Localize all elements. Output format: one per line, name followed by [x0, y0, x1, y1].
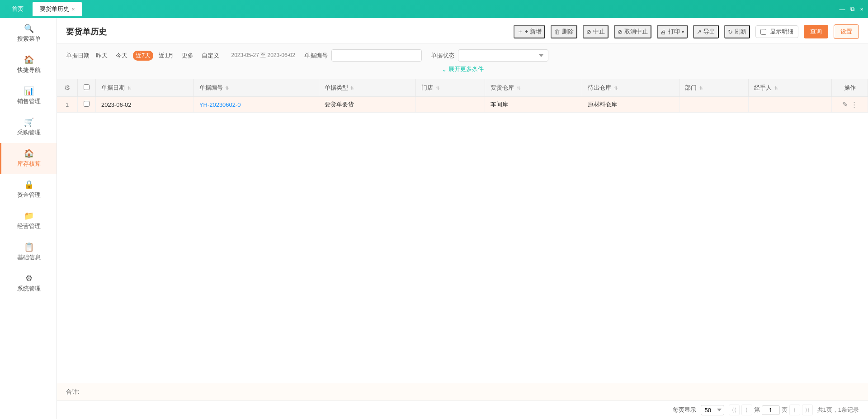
doc-num-filter-group: 单据编号: [304, 49, 422, 62]
delete-icon: 🗑: [554, 29, 560, 35]
new-icon: ＋: [517, 28, 523, 36]
top-bar: 首页 要货单历史 × — ⧉ ×: [0, 0, 868, 18]
sort-icon-dept[interactable]: ⇅: [699, 86, 703, 90]
shortcut-1month[interactable]: 近1月: [156, 51, 176, 61]
suspend-button[interactable]: ⊘ 中止: [583, 25, 609, 38]
shortcut-7days[interactable]: 近7天: [133, 51, 153, 61]
edit-icon[interactable]: ✎: [842, 100, 848, 109]
page-title: 要货单历史: [66, 26, 107, 37]
sort-icon-handler[interactable]: ⇅: [774, 86, 778, 90]
table-row: 1 2023-06-02 YH-20230602-0 要货单要货 车间库 原材料…: [57, 97, 868, 113]
date-range-display: 2023-05-27 至 2023-06-02: [231, 52, 295, 59]
sidebar-item-basic-info[interactable]: 📋 基础信息: [0, 237, 57, 268]
window-restore-btn[interactable]: ⧉: [850, 5, 854, 13]
refresh-button[interactable]: ↻ 刷新: [724, 25, 750, 38]
sidebar-item-finance[interactable]: 🔒 资金管理: [0, 174, 57, 205]
purchase-icon: 🛒: [24, 118, 34, 126]
sidebar-item-purchase-mgmt[interactable]: 🛒 采购管理: [0, 112, 57, 143]
col-doc-type: 单据类型 ⇅: [319, 79, 416, 97]
cell-req-warehouse: 车间库: [485, 97, 582, 113]
display-detail-button[interactable]: 显示明细: [755, 25, 798, 38]
page-size-select[interactable]: 20 50 100: [701, 405, 724, 415]
window-min-btn[interactable]: —: [839, 6, 845, 13]
sidebar-item-sys-mgmt[interactable]: ⚙ 系统管理: [0, 268, 57, 299]
col-doc-num: 单据编号 ⇅: [193, 79, 319, 97]
doc-num-input[interactable]: [331, 49, 422, 62]
filter-area: 单据日期 昨天 今天 近7天 近1月 更多 自定义 2023-05-27 至 2…: [57, 44, 868, 79]
sidebar: 🔍 搜索菜单 🏠 快捷导航 📊 销售管理 🛒 采购管理 🏠 库存核算 🔒 资金管…: [0, 18, 57, 419]
quick-nav-icon: 🏠: [24, 56, 34, 64]
col-store: 门店 ⇅: [416, 79, 485, 97]
print-arrow-icon: ▾: [682, 29, 684, 34]
sort-icon-store[interactable]: ⇅: [436, 86, 439, 90]
pagination: 每页显示 20 50 100 ⟨⟨ ⟨ 第 页 ⟩ ⟩⟩ 共1页，1条记录: [57, 400, 868, 419]
ops-icon: 📁: [24, 212, 34, 220]
date-range-text: 2023-05-27 至 2023-06-02: [231, 52, 295, 59]
tab-requisition-history[interactable]: 要货单历史 ×: [33, 2, 82, 16]
sort-icon-doc-num[interactable]: ⇅: [225, 86, 229, 90]
sidebar-item-label-finance: 资金管理: [17, 191, 41, 199]
cell-doc-num: YH-20230602-0: [193, 97, 319, 113]
main-layout: 🔍 搜索菜单 🏠 快捷导航 📊 销售管理 🛒 采购管理 🏠 库存核算 🔒 资金管…: [0, 18, 868, 419]
sidebar-item-label-quick-nav: 快捷导航: [17, 66, 41, 74]
print-button[interactable]: 🖨 打印 ▾: [657, 25, 688, 38]
sidebar-item-search-menu[interactable]: 🔍 搜索菜单: [0, 18, 57, 49]
shortcut-custom[interactable]: 自定义: [199, 51, 222, 61]
last-page-btn[interactable]: ⟩⟩: [802, 405, 813, 415]
window-close-btn[interactable]: ×: [860, 6, 863, 13]
summary-label: 合计:: [66, 388, 80, 395]
sort-icon-doc-type[interactable]: ⇅: [350, 86, 354, 90]
next-page-btn[interactable]: ⟩: [789, 405, 800, 415]
print-label: 打印: [668, 28, 680, 36]
checkbox-col-header: [78, 79, 96, 97]
sidebar-item-sales-mgmt[interactable]: 📊 销售管理: [0, 81, 57, 112]
cancel-suspend-button[interactable]: ⊘ 取消中止: [614, 25, 651, 38]
sidebar-item-ops[interactable]: 📁 经营管理: [0, 205, 57, 237]
table-settings-icon[interactable]: ⚙: [62, 82, 72, 93]
expand-more-btn[interactable]: ⌄ 展开更多条件: [442, 65, 484, 73]
select-all-checkbox[interactable]: [84, 84, 90, 90]
query-button[interactable]: 查询: [804, 25, 828, 38]
doc-status-label: 单据状态: [431, 52, 454, 60]
toolbar: ＋ + 新增 🗑 删除 ⊘ 中止 ⊘ 取消中止 🖨 打印: [514, 24, 859, 39]
page-input[interactable]: [762, 405, 780, 415]
sort-icon-req-wh[interactable]: ⇅: [517, 86, 520, 90]
page-size-label: 每页显示: [673, 406, 696, 414]
date-filter-group: 单据日期 昨天 今天 近7天 近1月 更多 自定义: [66, 51, 222, 61]
more-icon[interactable]: ⋮: [851, 100, 858, 109]
row-num: 1: [57, 97, 78, 113]
sidebar-item-label-inventory: 库存核算: [17, 160, 41, 168]
settings-button[interactable]: 设置: [834, 24, 859, 39]
suspend-icon: ⊘: [586, 29, 591, 35]
sort-icon-doc-date[interactable]: ⇅: [127, 86, 131, 90]
total-info: 共1页，1条记录: [817, 406, 859, 414]
doc-status-select[interactable]: [458, 49, 548, 62]
table-header-row: ⚙ 单据日期 ⇅ 单据编号 ⇅: [57, 79, 868, 97]
sidebar-item-inventory[interactable]: 🏠 库存核算: [0, 143, 57, 174]
doc-num-label: 单据编号: [304, 52, 328, 60]
sort-icon-pending-wh[interactable]: ⇅: [614, 86, 618, 90]
cell-doc-type: 要货单要货: [319, 97, 416, 113]
delete-button[interactable]: 🗑 删除: [551, 25, 577, 38]
suspend-label: 中止: [593, 28, 605, 36]
prev-page-btn[interactable]: ⟨: [741, 405, 752, 415]
sidebar-item-quick-nav[interactable]: 🏠 快捷导航: [0, 49, 57, 81]
delete-label: 删除: [562, 28, 574, 36]
tab-home[interactable]: 首页: [5, 2, 31, 16]
shortcut-more[interactable]: 更多: [179, 51, 196, 61]
sidebar-item-label-basic: 基础信息: [17, 253, 41, 262]
page-nav: ⟨⟨ ⟨ 第 页 ⟩ ⟩⟩: [729, 405, 813, 415]
col-pending-warehouse: 待出仓库 ⇅: [582, 79, 679, 97]
table-container: ⚙ 单据日期 ⇅ 单据编号 ⇅: [57, 79, 868, 383]
export-button[interactable]: ↗ 导出: [693, 25, 719, 38]
row-checkbox[interactable]: [84, 101, 90, 107]
doc-num-link[interactable]: YH-20230602-0: [199, 101, 241, 108]
first-page-btn[interactable]: ⟨⟨: [729, 405, 740, 415]
shortcut-yesterday[interactable]: 昨天: [93, 51, 110, 61]
shortcut-today[interactable]: 今天: [113, 51, 130, 61]
tab-close-icon[interactable]: ×: [72, 6, 75, 12]
display-detail-checkbox[interactable]: [760, 29, 766, 35]
cell-pending-warehouse: 原材料仓库: [582, 97, 679, 113]
new-button[interactable]: ＋ + 新增: [514, 25, 545, 38]
date-filter-label: 单据日期: [66, 52, 90, 60]
